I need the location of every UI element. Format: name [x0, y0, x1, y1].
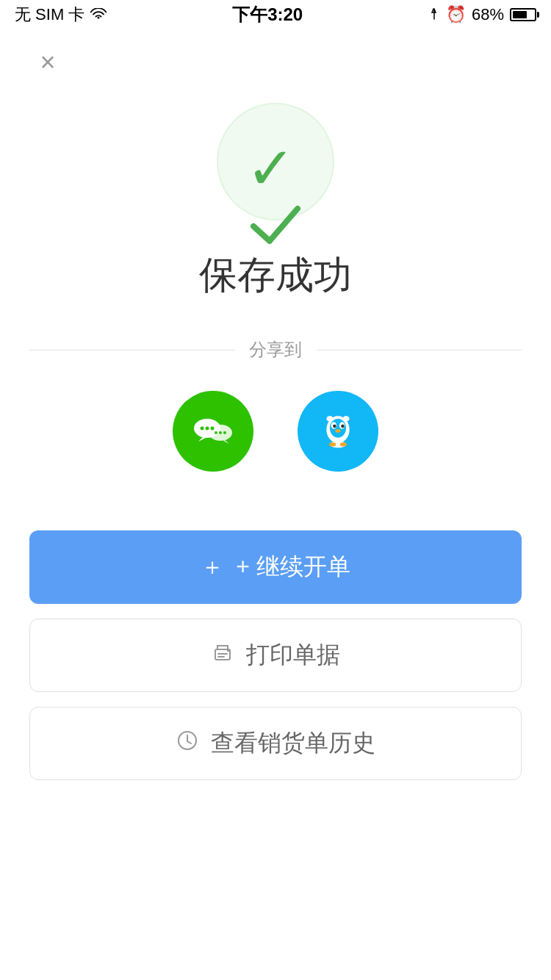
status-time: 下午3:20	[232, 3, 303, 26]
battery-percent: 68%	[472, 5, 504, 24]
svg-rect-21	[217, 653, 228, 655]
svg-point-3	[205, 426, 209, 430]
history-button[interactable]: 查看销货单历史	[29, 707, 522, 780]
svg-point-15	[335, 429, 340, 433]
main-content: × 保存成功 分享到	[0, 29, 551, 980]
svg-point-5	[215, 431, 217, 434]
share-divider: 分享到	[29, 338, 522, 361]
continue-order-label: + 继续开单	[236, 551, 350, 583]
share-label: 分享到	[249, 338, 302, 361]
print-label: 打印单据	[246, 639, 340, 671]
checkmark-icon	[246, 140, 305, 184]
wechat-share-button[interactable]	[173, 391, 253, 472]
svg-point-13	[333, 425, 336, 428]
carrier-wifi: 无 SIM 卡	[15, 4, 107, 26]
qq-share-button[interactable]	[298, 391, 378, 472]
history-label: 查看销货单历史	[211, 727, 375, 760]
carrier-text: 无 SIM 卡	[15, 4, 84, 26]
svg-point-10	[330, 419, 346, 438]
action-buttons: ＋ + 继续开单 打印单据 查看销货单	[29, 530, 522, 780]
close-button[interactable]: ×	[29, 44, 66, 81]
battery-icon	[510, 8, 536, 21]
svg-point-14	[341, 425, 345, 428]
svg-point-16	[329, 442, 336, 447]
status-bar: 无 SIM 卡 下午3:20 ⏰ 68%	[0, 0, 551, 29]
svg-point-19	[342, 416, 349, 421]
svg-point-4	[210, 426, 214, 430]
location-icon	[428, 5, 440, 24]
svg-point-17	[340, 442, 347, 447]
alarm-icon: ⏰	[446, 5, 466, 24]
print-button[interactable]: 打印单据	[29, 619, 522, 692]
wifi-icon	[90, 5, 107, 24]
print-icon	[211, 641, 234, 670]
status-right: ⏰ 68%	[428, 5, 536, 24]
svg-point-2	[200, 426, 204, 430]
plus-icon: ＋	[201, 551, 224, 583]
divider-left	[29, 350, 234, 350]
success-title: 保存成功	[199, 250, 352, 301]
success-circle	[217, 103, 334, 220]
continue-order-button[interactable]: ＋ + 继续开单	[29, 530, 522, 604]
share-icons	[173, 391, 378, 472]
svg-point-18	[326, 416, 333, 421]
history-icon	[176, 729, 199, 758]
close-icon: ×	[40, 49, 55, 76]
svg-rect-22	[217, 656, 225, 657]
svg-point-7	[223, 431, 226, 434]
divider-right	[317, 350, 522, 350]
svg-point-6	[219, 431, 222, 434]
svg-rect-23	[227, 649, 230, 652]
